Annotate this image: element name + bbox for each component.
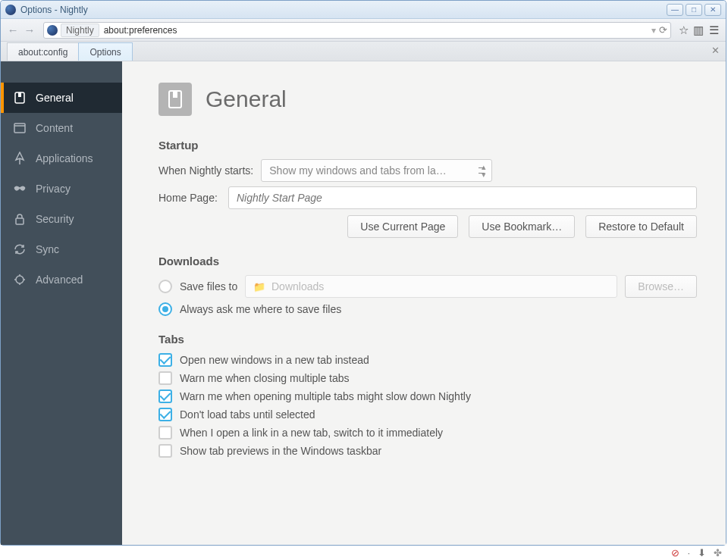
tabs-open-new-windows-checkbox[interactable] [158, 353, 172, 367]
status-download-icon[interactable]: ⬇ [698, 547, 706, 558]
when-starts-select[interactable]: Show my windows and tabs from la… ▴▾ [261, 159, 492, 182]
page-title: General [206, 86, 287, 112]
dropdown-icon[interactable]: ▾ [651, 25, 656, 36]
forward-button[interactable]: → [22, 23, 37, 38]
svg-rect-4 [16, 218, 24, 224]
sidebar-item-general[interactable]: General [1, 83, 122, 113]
sidebar-item-label: General [36, 92, 74, 104]
browse-button[interactable]: Browse… [625, 275, 697, 298]
tabs-warn-open-checkbox[interactable] [158, 389, 172, 403]
use-bookmark-button[interactable]: Use Bookmark… [469, 215, 575, 238]
sidebar-item-advanced[interactable]: Advanced [1, 264, 122, 295]
nav-toolbar: ← → Nightly about:preferences ▾ ⟳ ☆ ▥ ☰ [1, 19, 726, 42]
save-files-to-radio[interactable] [158, 280, 172, 293]
sidebar-item-applications[interactable]: Applications [1, 143, 122, 174]
tabs-taskbar-previews-checkbox[interactable] [158, 444, 172, 458]
tabs-switch-immediately-checkbox[interactable] [158, 426, 172, 440]
app-window: Options - Nightly — □ ✕ ← → Nightly abou… [0, 0, 726, 546]
tabs-dont-load-checkbox[interactable] [158, 408, 172, 421]
status-addon-icon[interactable]: ✤ [714, 547, 722, 558]
status-separator: · [687, 547, 690, 558]
app-icon [5, 5, 16, 15]
sidebar-item-privacy[interactable]: Privacy [1, 174, 122, 204]
folder-icon: 📁 [253, 281, 265, 293]
section-heading-tabs: Tabs [158, 333, 697, 346]
page-header-icon [158, 83, 192, 116]
bookmark-star-icon[interactable]: ☆ [676, 23, 691, 37]
library-icon[interactable]: ▥ [691, 23, 706, 37]
security-icon [13, 212, 27, 226]
sidebar-item-security[interactable]: Security [1, 204, 122, 234]
homepage-label: Home Page: [158, 192, 221, 204]
preferences-sidebar: General Content Applications Privacy [1, 61, 122, 545]
tabs-option-label: When I open a link in a new tab, switch … [180, 427, 443, 439]
save-files-to-label: Save files to [180, 280, 245, 293]
tab-options[interactable]: Options [78, 42, 132, 61]
applications-icon [13, 152, 27, 165]
content-icon [13, 121, 27, 135]
svg-rect-1 [18, 92, 21, 97]
sidebar-item-label: Advanced [36, 274, 83, 286]
sidebar-item-label: Privacy [36, 183, 71, 195]
tabs-option-label: Show tab previews in the Windows taskbar [180, 445, 381, 457]
preferences-content: General Startup When Nightly starts: Sho… [122, 61, 726, 545]
url-bar[interactable]: Nightly about:preferences ▾ ⟳ [43, 22, 671, 39]
advanced-icon [13, 273, 27, 286]
sidebar-item-sync[interactable]: Sync [1, 234, 122, 264]
site-identity-icon [47, 25, 58, 36]
download-folder-field: 📁 Downloads [245, 275, 617, 298]
when-starts-label: When Nightly starts: [158, 164, 253, 177]
tab-about-config[interactable]: about:config [7, 42, 79, 61]
minimize-button[interactable]: — [667, 4, 683, 16]
sync-icon [13, 242, 27, 256]
restore-default-button[interactable]: Restore to Default [585, 215, 697, 238]
tabs-option-label: Warn me when closing multiple tabs [180, 372, 350, 384]
homepage-input[interactable] [228, 186, 697, 209]
section-heading-downloads: Downloads [158, 255, 697, 267]
back-button[interactable]: ← [5, 23, 20, 38]
svg-point-5 [16, 276, 24, 283]
sidebar-item-label: Sync [36, 243, 59, 255]
tabs-option-label: Don't load tabs until selected [180, 408, 315, 421]
section-heading-startup: Startup [158, 139, 697, 152]
sidebar-item-label: Applications [36, 152, 93, 164]
always-ask-label: Always ask me where to save files [180, 303, 341, 315]
url-text: about:preferences [104, 25, 177, 36]
sidebar-item-label: Security [36, 213, 74, 225]
status-blocked-icon[interactable]: ⊘ [671, 547, 679, 558]
reload-icon[interactable]: ⟳ [659, 24, 667, 36]
svg-rect-7 [173, 91, 177, 98]
tabs-option-label: Open new windows in a new tab instead [180, 354, 369, 366]
maximize-button[interactable]: □ [686, 4, 702, 16]
window-title: Options - Nightly [20, 5, 88, 15]
close-button[interactable]: ✕ [704, 4, 721, 16]
menu-icon[interactable]: ☰ [706, 23, 721, 37]
tabs-warn-close-checkbox[interactable] [158, 371, 172, 385]
sidebar-item-label: Content [36, 122, 73, 134]
tabs-option-label: Warn me when opening multiple tabs might… [180, 390, 471, 402]
title-bar: Options - Nightly — □ ✕ [1, 1, 726, 19]
status-bar: ⊘ · ⬇ ✤ [0, 546, 728, 559]
svg-rect-2 [14, 124, 25, 133]
identity-label: Nightly [61, 23, 99, 37]
use-current-page-button[interactable]: Use Current Page [347, 215, 458, 238]
tab-strip: about:config Options ✕ [1, 42, 726, 61]
always-ask-radio[interactable] [158, 302, 172, 316]
general-icon [13, 91, 27, 105]
tab-close-icon[interactable]: ✕ [711, 45, 720, 56]
privacy-icon [13, 182, 27, 196]
sidebar-item-content[interactable]: Content [1, 113, 122, 143]
